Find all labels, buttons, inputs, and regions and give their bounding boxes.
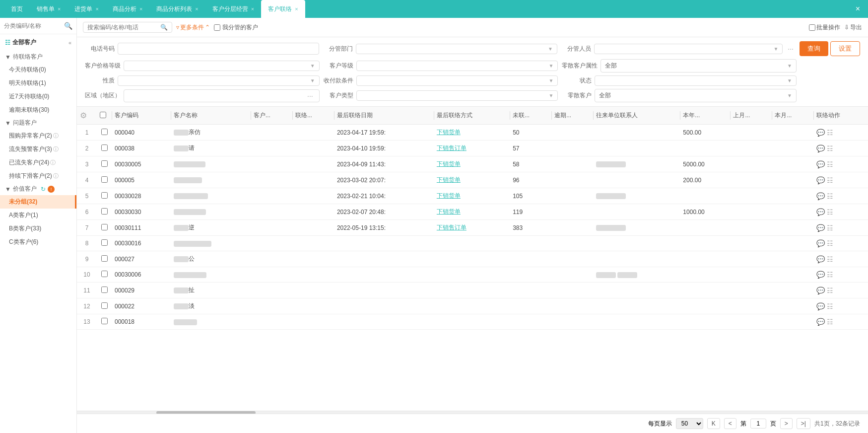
chat-icon[interactable]: 💬 bbox=[816, 224, 825, 232]
close-product-analysis-tab[interactable]: × bbox=[139, 0, 142, 18]
contact-method-link[interactable]: 下销货单 bbox=[437, 176, 461, 183]
contact-method-link[interactable]: 下销货单 bbox=[437, 208, 461, 215]
page-input[interactable] bbox=[750, 419, 766, 429]
qr-icon[interactable]: ☷ bbox=[827, 287, 833, 294]
row-checkbox[interactable] bbox=[101, 271, 108, 277]
chat-icon[interactable]: 💬 bbox=[816, 144, 825, 152]
tab-customer-segment[interactable]: 客户分层经营 × bbox=[205, 0, 261, 18]
nav-close-btn[interactable]: × bbox=[852, 4, 864, 13]
query-btn[interactable]: 查询 bbox=[800, 41, 828, 56]
qr-icon[interactable]: ☷ bbox=[827, 271, 833, 279]
adv-zero-cust-select[interactable]: 全部 ▼ bbox=[595, 89, 797, 102]
qr-icon[interactable]: ☷ bbox=[827, 239, 833, 247]
export-btn[interactable]: ⇩ 导出 bbox=[844, 23, 862, 32]
qr-icon[interactable]: ☷ bbox=[827, 144, 833, 152]
sidebar-item-c-class[interactable]: C类客户(6) bbox=[0, 235, 76, 249]
prev-page-btn[interactable]: < bbox=[724, 418, 736, 429]
row-checkbox[interactable] bbox=[101, 192, 108, 199]
batch-checkbox[interactable] bbox=[809, 24, 815, 31]
qr-icon[interactable]: ☷ bbox=[827, 129, 833, 137]
row-checkbox[interactable] bbox=[101, 208, 108, 215]
row-checkbox[interactable] bbox=[101, 129, 108, 135]
filter-search-icon[interactable]: 🔍 bbox=[160, 24, 168, 31]
adv-region-select[interactable]: ··· bbox=[124, 89, 320, 102]
row-checkbox[interactable] bbox=[101, 302, 108, 309]
region-dots-icon[interactable]: ··· bbox=[305, 92, 315, 100]
row-checkbox[interactable] bbox=[101, 144, 108, 151]
adv-zero-attr-select[interactable]: 全部 ▼ bbox=[601, 59, 797, 72]
chat-icon[interactable]: 💬 bbox=[816, 176, 825, 184]
tab-product-analysis[interactable]: 商品分析 × bbox=[106, 0, 149, 18]
qr-icon[interactable]: ☷ bbox=[827, 192, 833, 200]
tab-customer-contact[interactable]: 客户联络 × bbox=[261, 0, 305, 18]
qr-icon[interactable]: ☷ bbox=[827, 318, 833, 326]
close-sales-tab[interactable]: × bbox=[58, 0, 61, 18]
tab-purchase[interactable]: 进货单 × bbox=[67, 0, 105, 18]
sidebar-item-declining[interactable]: 持续下滑客户(2) ⓘ bbox=[0, 169, 76, 183]
per-page-select[interactable]: 50 100 200 bbox=[676, 418, 703, 429]
row-checkbox[interactable] bbox=[101, 255, 108, 262]
row-checkbox[interactable] bbox=[101, 287, 108, 293]
reset-btn[interactable]: 设置 bbox=[830, 41, 860, 56]
sidebar-search-icon[interactable]: 🔍 bbox=[64, 22, 72, 30]
adv-payment-select[interactable]: ▼ bbox=[356, 75, 558, 86]
row-checkbox[interactable] bbox=[101, 239, 108, 246]
row-checkbox[interactable] bbox=[101, 318, 108, 324]
row-checkbox[interactable] bbox=[101, 176, 108, 183]
sidebar-all-customers[interactable]: ☷ 全部客户 « bbox=[0, 34, 76, 51]
sidebar-item-a-class[interactable]: A类客户(1) bbox=[0, 209, 76, 222]
row-checkbox[interactable] bbox=[101, 224, 108, 230]
batch-ops-btn[interactable]: 批量操作 bbox=[809, 23, 840, 32]
gear-icon[interactable]: ⚙ bbox=[80, 111, 87, 120]
sidebar-search-input[interactable] bbox=[4, 22, 62, 29]
chat-icon[interactable]: 💬 bbox=[816, 192, 825, 200]
adv-status-select[interactable]: ▼ bbox=[595, 75, 797, 86]
qr-icon[interactable]: ☷ bbox=[827, 255, 833, 263]
close-purchase-tab[interactable]: × bbox=[95, 0, 98, 18]
contact-method-link[interactable]: 下销货单 bbox=[437, 192, 461, 199]
sidebar-item-warn[interactable]: 流失预警客户(3) ⓘ bbox=[0, 143, 76, 156]
adv-phone-input[interactable] bbox=[118, 43, 319, 55]
next-page-btn[interactable]: > bbox=[780, 418, 793, 429]
select-all-checkbox[interactable] bbox=[100, 112, 106, 118]
chat-icon[interactable]: 💬 bbox=[816, 160, 825, 168]
sidebar-item-7days[interactable]: 近7天待联络(0) bbox=[0, 90, 76, 103]
contact-method-link[interactable]: 下销售订单 bbox=[437, 224, 467, 231]
sidebar-group-pending[interactable]: ▼ 待联络客户 bbox=[0, 51, 76, 63]
chat-icon[interactable]: 💬 bbox=[816, 318, 825, 326]
collapse-icon[interactable]: « bbox=[68, 40, 71, 46]
chat-icon[interactable]: 💬 bbox=[816, 129, 825, 137]
sidebar-item-b-class[interactable]: B类客户(33) bbox=[0, 222, 76, 235]
adv-price-grade-select[interactable]: ▼ bbox=[124, 61, 320, 71]
sidebar-group-value[interactable]: ▼ 价值客户 ↻ ! bbox=[0, 183, 76, 195]
my-customers-filter[interactable]: 我分管的客户 bbox=[214, 23, 258, 32]
sidebar-item-today[interactable]: 今天待联络(0) bbox=[0, 63, 76, 76]
adv-nature-select[interactable]: ▼ bbox=[118, 75, 320, 86]
chat-icon[interactable]: 💬 bbox=[816, 271, 825, 279]
adv-dept-select[interactable]: ▼ bbox=[356, 44, 557, 54]
close-product-analysis-list-tab[interactable]: × bbox=[195, 0, 198, 18]
first-page-btn[interactable]: K bbox=[707, 418, 720, 429]
chat-icon[interactable]: 💬 bbox=[816, 287, 825, 294]
chat-icon[interactable]: 💬 bbox=[816, 255, 825, 263]
sidebar-item-lost[interactable]: 已流失客户(24) ⓘ bbox=[0, 156, 76, 169]
adv-cust-type-select[interactable]: ▼ bbox=[356, 90, 558, 101]
tab-product-analysis-list[interactable]: 商品分析列表 × bbox=[149, 0, 205, 18]
more-conditions-btn[interactable]: ▿ 更多条件 ⌃ bbox=[176, 23, 210, 32]
adv-cust-grade-select[interactable]: ▼ bbox=[356, 61, 558, 71]
sidebar-item-tomorrow[interactable]: 明天待联络(1) bbox=[0, 76, 76, 90]
row-checkbox[interactable] bbox=[101, 160, 108, 167]
sidebar-item-abnormal[interactable]: 囤购异常客户(2) ⓘ bbox=[0, 129, 76, 143]
qr-icon[interactable]: ☷ bbox=[827, 302, 833, 310]
my-customers-checkbox[interactable] bbox=[214, 24, 220, 31]
qr-icon[interactable]: ☷ bbox=[827, 224, 833, 232]
person-dots-btn[interactable]: ··· bbox=[786, 45, 796, 53]
chat-icon[interactable]: 💬 bbox=[816, 208, 825, 216]
close-customer-contact-tab[interactable]: × bbox=[295, 0, 298, 18]
qr-icon[interactable]: ☷ bbox=[827, 208, 833, 216]
adv-person-select[interactable]: ▼ bbox=[594, 44, 783, 54]
contact-method-link[interactable]: 下销售订单 bbox=[437, 144, 467, 151]
contact-method-link[interactable]: 下销货单 bbox=[437, 129, 461, 136]
filter-search-input[interactable] bbox=[87, 24, 158, 31]
close-customer-segment-tab[interactable]: × bbox=[251, 0, 254, 18]
